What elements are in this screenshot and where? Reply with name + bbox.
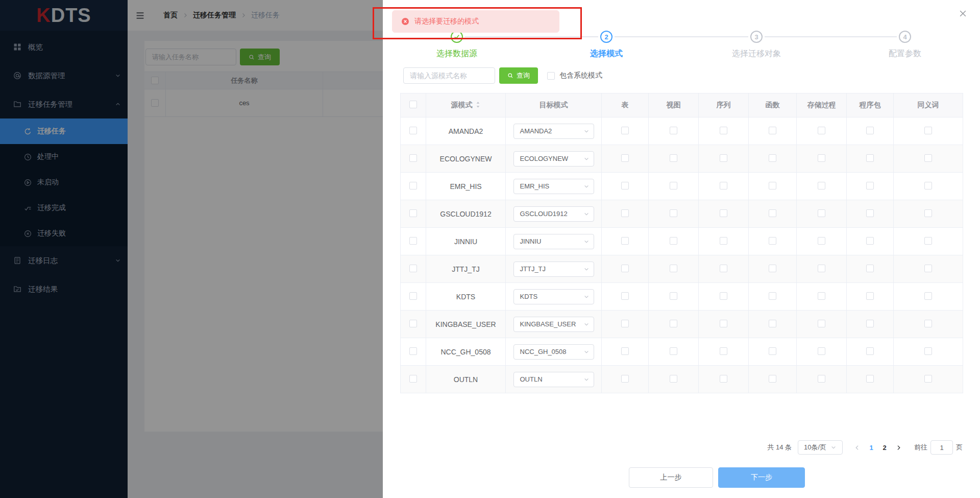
target-schema-select[interactable]: JINNIU (513, 234, 594, 249)
schema-row-checkbox[interactable] (409, 375, 417, 383)
object-type-checkbox[interactable] (769, 182, 776, 189)
schema-search-input[interactable] (403, 67, 495, 84)
page-number-2[interactable]: 2 (878, 444, 891, 452)
object-type-checkbox[interactable] (818, 347, 825, 355)
target-schema-select[interactable]: NCC_GH_0508 (513, 344, 594, 360)
target-schema-select[interactable]: EMR_HIS (513, 179, 594, 194)
schema-row-checkbox[interactable] (409, 182, 417, 189)
object-type-checkbox[interactable] (818, 127, 825, 134)
object-type-checkbox[interactable] (670, 265, 677, 272)
object-type-checkbox[interactable] (866, 375, 874, 383)
object-type-checkbox[interactable] (621, 320, 629, 327)
object-type-checkbox[interactable] (720, 292, 727, 300)
select-all-schemas-checkbox[interactable] (409, 101, 417, 108)
object-type-checkbox[interactable] (924, 320, 932, 327)
object-type-checkbox[interactable] (621, 154, 629, 162)
goto-page-input[interactable] (930, 440, 953, 455)
object-type-checkbox[interactable] (670, 154, 677, 162)
object-type-checkbox[interactable] (670, 182, 677, 189)
object-type-checkbox[interactable] (866, 182, 874, 189)
object-type-checkbox[interactable] (769, 127, 776, 134)
schema-row-checkbox[interactable] (409, 154, 417, 162)
object-type-checkbox[interactable] (720, 127, 727, 134)
schema-row-checkbox[interactable] (409, 265, 417, 272)
object-type-checkbox[interactable] (769, 154, 776, 162)
object-type-checkbox[interactable] (621, 347, 629, 355)
object-type-checkbox[interactable] (769, 209, 776, 217)
schema-row-checkbox[interactable] (409, 320, 417, 327)
object-type-checkbox[interactable] (621, 375, 629, 383)
object-type-checkbox[interactable] (621, 237, 629, 245)
schema-row-checkbox[interactable] (409, 237, 417, 245)
object-type-checkbox[interactable] (769, 375, 776, 383)
object-type-checkbox[interactable] (769, 265, 776, 272)
prev-step-button[interactable]: 上一步 (629, 467, 713, 488)
object-type-checkbox[interactable] (818, 209, 825, 217)
object-type-checkbox[interactable] (924, 154, 932, 162)
next-step-button[interactable]: 下一步 (718, 467, 805, 488)
target-schema-select[interactable]: OUTLN (513, 372, 594, 387)
object-type-checkbox[interactable] (924, 375, 932, 383)
object-type-checkbox[interactable] (769, 347, 776, 355)
target-schema-select[interactable]: KINGBASE_USER (513, 317, 594, 332)
object-type-checkbox[interactable] (866, 347, 874, 355)
object-type-checkbox[interactable] (866, 209, 874, 217)
next-page-button[interactable] (895, 444, 902, 451)
object-type-checkbox[interactable] (720, 265, 727, 272)
target-schema-select[interactable]: AMANDA2 (513, 124, 594, 139)
object-type-checkbox[interactable] (924, 292, 932, 300)
object-type-checkbox[interactable] (818, 182, 825, 189)
target-schema-select[interactable]: JTTJ_TJ (513, 262, 594, 277)
object-type-checkbox[interactable] (866, 265, 874, 272)
object-type-checkbox[interactable] (670, 127, 677, 134)
object-type-checkbox[interactable] (621, 265, 629, 272)
object-type-checkbox[interactable] (769, 292, 776, 300)
object-type-checkbox[interactable] (924, 265, 932, 272)
object-type-checkbox[interactable] (720, 375, 727, 383)
target-schema-select[interactable]: KDTS (513, 289, 594, 304)
object-type-checkbox[interactable] (866, 320, 874, 327)
object-type-checkbox[interactable] (621, 209, 629, 217)
object-type-checkbox[interactable] (769, 320, 776, 327)
object-type-checkbox[interactable] (670, 209, 677, 217)
schema-row-checkbox[interactable] (409, 127, 417, 134)
object-type-checkbox[interactable] (866, 127, 874, 134)
target-schema-select[interactable]: ECOLOGYNEW (513, 151, 594, 167)
object-type-checkbox[interactable] (818, 292, 825, 300)
object-type-checkbox[interactable] (670, 320, 677, 327)
object-type-checkbox[interactable] (924, 182, 932, 189)
object-type-checkbox[interactable] (720, 320, 727, 327)
prev-page-button[interactable] (854, 444, 861, 451)
schema-row-checkbox[interactable] (409, 347, 417, 355)
object-type-checkbox[interactable] (720, 154, 727, 162)
target-schema-select[interactable]: GSCLOUD1912 (513, 206, 594, 222)
schema-col-header[interactable]: 源模式 (426, 93, 506, 117)
object-type-checkbox[interactable] (670, 347, 677, 355)
object-type-checkbox[interactable] (924, 127, 932, 134)
object-type-checkbox[interactable] (818, 265, 825, 272)
object-type-checkbox[interactable] (720, 237, 727, 245)
object-type-checkbox[interactable] (720, 347, 727, 355)
object-type-checkbox[interactable] (818, 320, 825, 327)
object-type-checkbox[interactable] (866, 154, 874, 162)
schema-row-checkbox[interactable] (409, 209, 417, 217)
object-type-checkbox[interactable] (866, 292, 874, 300)
object-type-checkbox[interactable] (924, 237, 932, 245)
object-type-checkbox[interactable] (720, 209, 727, 217)
object-type-checkbox[interactable] (924, 209, 932, 217)
object-type-checkbox[interactable] (818, 375, 825, 383)
object-type-checkbox[interactable] (670, 292, 677, 300)
schema-search-button[interactable]: 查询 (499, 67, 538, 84)
include-system-schema-checkbox[interactable] (547, 72, 555, 80)
object-type-checkbox[interactable] (621, 292, 629, 300)
page-size-select[interactable]: 10条/页 (798, 440, 843, 455)
object-type-checkbox[interactable] (670, 237, 677, 245)
object-type-checkbox[interactable] (924, 347, 932, 355)
object-type-checkbox[interactable] (621, 182, 629, 189)
object-type-checkbox[interactable] (818, 237, 825, 245)
object-type-checkbox[interactable] (670, 375, 677, 383)
object-type-checkbox[interactable] (818, 154, 825, 162)
object-type-checkbox[interactable] (621, 127, 629, 134)
object-type-checkbox[interactable] (769, 237, 776, 245)
page-number-1[interactable]: 1 (865, 444, 878, 452)
